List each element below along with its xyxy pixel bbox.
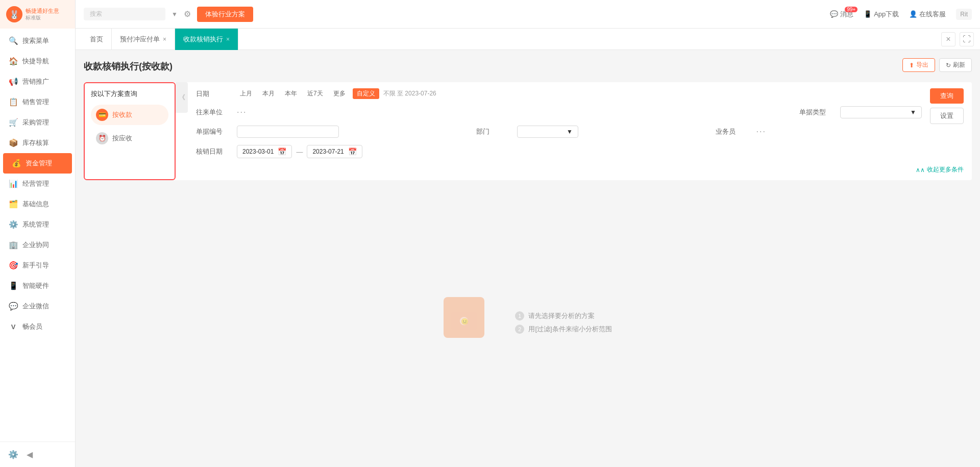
sidebar-item-guide[interactable]: 🎯 新手引导 xyxy=(0,255,75,276)
filter-area: 按以下方案查询 💳 按收款 ⏰ 按应收 《 xyxy=(84,82,972,180)
counterpart-input[interactable]: ··· xyxy=(237,108,247,117)
counterpart-label: 往来单位 xyxy=(196,108,227,117)
user-name[interactable]: Rit xyxy=(956,9,972,20)
app-download-label: App下载 xyxy=(874,10,899,19)
customer-service-button[interactable]: 👤 在线客服 xyxy=(909,10,946,19)
topbar-right: 💬 消息 99+ 📱 App下载 👤 在线客服 Rit xyxy=(830,9,972,20)
empty-tip-2: 2 用[过滤]条件来缩小分析范围 xyxy=(515,325,611,334)
empty-illustration: 😐 xyxy=(444,297,495,348)
sidebar-item-search-menu[interactable]: 🔍 搜索菜单 xyxy=(0,31,75,51)
date-custom[interactable]: 自定义 xyxy=(353,88,379,99)
search-menu-icon: 🔍 xyxy=(8,36,18,46)
filter-option-label: 按收款 xyxy=(112,110,132,119)
sidebar-item-label: 库存核算 xyxy=(22,138,49,148)
export-button[interactable]: ⬆ 导出 xyxy=(902,58,935,72)
dropdown-arrow-icon[interactable]: ▼ xyxy=(172,11,178,18)
filter-option-label: 按应收 xyxy=(112,134,132,143)
tab-receivable[interactable]: 收款核销执行 × xyxy=(175,29,238,50)
gear-icon[interactable]: ⚙ xyxy=(184,9,191,19)
sidebar-item-inventory[interactable]: 📦 库存核算 xyxy=(0,133,75,153)
date-label: 日期 xyxy=(196,89,227,99)
svg-rect-1 xyxy=(454,307,474,315)
tip-text-1: 请先选择要分析的方案 xyxy=(528,311,595,321)
date-7days[interactable]: 近7天 xyxy=(304,88,326,99)
refresh-button[interactable]: ↻ 刷新 xyxy=(939,58,972,72)
tab-prepay-close[interactable]: × xyxy=(163,36,166,43)
sidebar-item-label: 智能硬件 xyxy=(22,281,49,290)
doc-type-select[interactable]: ▼ xyxy=(840,106,922,118)
tab-prepay[interactable]: 预付冲应付单 × xyxy=(112,29,175,50)
collapse-arrow-icon: 《 xyxy=(179,93,185,102)
sidebar-item-finance[interactable]: 💰 资金管理 xyxy=(3,153,72,174)
department-select[interactable]: ▼ xyxy=(517,126,578,138)
settings-icon[interactable]: ⚙️ xyxy=(8,450,18,459)
calendar-icon-end: 📅 xyxy=(348,148,357,156)
page-content: 收款核销执行(按收款) ⬆ 导出 ↻ 刷新 按以下方案查询 💳 按收款 xyxy=(76,50,980,467)
department-label: 部门 xyxy=(476,127,507,136)
filter-sidebar: 按以下方案查询 💳 按收款 ⏰ 按应收 xyxy=(84,82,176,180)
search-box[interactable]: 搜索 xyxy=(84,8,165,20)
sidebar-item-marketing[interactable]: 📢 营销推广 xyxy=(0,71,75,92)
logo-badge: 标准版 xyxy=(26,14,59,21)
receivable-option-icon: ⏰ xyxy=(96,132,108,144)
sidebar-item-operations[interactable]: 📊 经营管理 xyxy=(0,174,75,194)
verify-date-start[interactable]: 2023-03-01 📅 xyxy=(237,145,292,158)
calendar-icon: 📅 xyxy=(278,148,286,156)
wechat-icon: 💬 xyxy=(8,301,18,311)
query-button[interactable]: 查询 xyxy=(930,88,964,104)
salesperson-input[interactable]: ··· xyxy=(756,127,766,136)
sidebar-item-member[interactable]: V 畅会员 xyxy=(0,316,75,337)
marketing-icon: 📢 xyxy=(8,77,18,87)
verify-date-end[interactable]: 2023-07-21 📅 xyxy=(307,145,362,158)
sidebar-item-label: 系统管理 xyxy=(22,220,49,229)
settings-filter-button[interactable]: 设置 xyxy=(930,108,964,124)
basic-info-icon: 🗂️ xyxy=(8,199,18,209)
search-placeholder: 搜索 xyxy=(90,10,102,18)
sidebar-item-label: 搜索菜单 xyxy=(22,36,49,45)
filter-option-by-receivable[interactable]: ⏰ 按应收 xyxy=(91,128,168,149)
window-expand-button[interactable]: ⛶ xyxy=(960,32,974,46)
app-download-button[interactable]: 📱 App下载 xyxy=(864,10,899,19)
window-close-button[interactable]: × xyxy=(941,32,955,46)
date-last-month[interactable]: 上月 xyxy=(237,88,255,99)
tab-receivable-close[interactable]: × xyxy=(226,36,230,43)
filter-date-row: 日期 上月 本月 本年 近7天 更多 自定义 不限 至 2023-07-26 xyxy=(196,88,922,99)
sidebar-item-wechat[interactable]: 💬 企业微信 xyxy=(0,296,75,316)
messages-badge: 99+ xyxy=(845,7,857,12)
logo-icon: 🐰 xyxy=(6,6,22,22)
tip-num-1: 1 xyxy=(515,311,524,321)
collapse-sidebar-icon[interactable]: ◀ xyxy=(27,450,33,459)
date-this-month[interactable]: 本月 xyxy=(259,88,278,99)
date-this-year[interactable]: 本年 xyxy=(282,88,300,99)
topbar: 搜索 ▼ ⚙ 体验行业方案 💬 消息 99+ 📱 App下载 👤 在线客服 Ri… xyxy=(76,0,980,29)
solution-button[interactable]: 体验行业方案 xyxy=(197,7,253,22)
sidebar-item-hardware[interactable]: 📱 智能硬件 xyxy=(0,276,75,296)
messages-button[interactable]: 💬 消息 99+ xyxy=(830,10,853,19)
receipt-option-icon: 💳 xyxy=(96,109,108,121)
member-icon: V xyxy=(8,322,18,332)
refresh-icon: ↻ xyxy=(946,62,951,69)
verify-date-end-value: 2023-07-21 xyxy=(312,148,344,155)
tab-home[interactable]: 首页 xyxy=(82,29,112,50)
sidebar-item-basic-info[interactable]: 🗂️ 基础信息 xyxy=(0,194,75,214)
sidebar-item-system[interactable]: ⚙️ 系统管理 xyxy=(0,214,75,235)
sidebar-item-purchase[interactable]: 🛒 采购管理 xyxy=(0,112,75,133)
sidebar-item-sales[interactable]: 📋 销售管理 xyxy=(0,92,75,112)
tip-text-2: 用[过滤]条件来缩小分析范围 xyxy=(528,325,611,334)
department-arrow-icon: ▼ xyxy=(567,128,573,135)
collapse-arrow-up-icon: ∧∧ xyxy=(916,166,925,174)
filter-option-by-receipt[interactable]: 💳 按收款 xyxy=(91,105,168,125)
sidebar-item-label: 基础信息 xyxy=(22,200,49,209)
sidebar-item-enterprise[interactable]: 🏢 企业协同 xyxy=(0,235,75,255)
sidebar-item-label: 新手引导 xyxy=(22,261,49,270)
inventory-icon: 📦 xyxy=(8,138,18,148)
doc-no-input[interactable] xyxy=(237,126,339,138)
sidebar-item-label: 营销推广 xyxy=(22,77,49,86)
sidebar-item-quick-nav[interactable]: 🏠 快捷导航 xyxy=(0,51,75,71)
date-more[interactable]: 更多 xyxy=(330,88,349,99)
empty-tip-1: 1 请先选择要分析的方案 xyxy=(515,311,611,321)
logo-name: 畅捷通好生意 xyxy=(26,7,59,14)
collapse-more-button[interactable]: ∧∧ 收起更多条件 xyxy=(916,165,964,174)
sidebar-item-label: 快捷导航 xyxy=(22,57,49,66)
sidebar-collapse-button[interactable]: 《 xyxy=(176,82,188,113)
